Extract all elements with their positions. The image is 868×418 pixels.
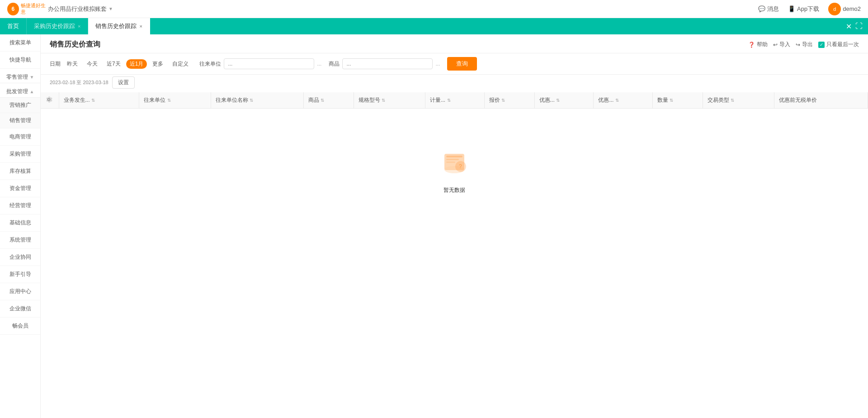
col-biz-date-label: 业务发生... xyxy=(64,97,90,103)
app-download-label: App下载 xyxy=(797,5,819,13)
svg-rect-2 xyxy=(446,156,462,157)
svg-text:?: ? xyxy=(459,163,462,170)
sort-icon: ⇅ xyxy=(447,98,451,103)
export-label: 导出 xyxy=(802,41,813,48)
new-guide-label: 新手引导 xyxy=(9,271,31,278)
tab-sales-history[interactable]: 销售历史价跟踪 × xyxy=(88,18,150,34)
only-last-check[interactable]: ✓ 只看最后一次 xyxy=(818,41,859,48)
col-quantity[interactable]: 数量 ⇅ xyxy=(653,92,703,109)
user-avatar-button[interactable]: d demo2 xyxy=(828,3,861,15)
sidebar-item-enterprise-collab[interactable]: 企业协同 xyxy=(0,249,40,266)
col-quoted-price[interactable]: 报价 ⇅ xyxy=(484,92,534,109)
sort-icon: ⇅ xyxy=(167,98,171,103)
app-download-button[interactable]: 📱 App下载 xyxy=(788,5,819,13)
sidebar-item-fund-mgmt[interactable]: 资金管理 xyxy=(0,180,40,197)
tab-home[interactable]: 首页 xyxy=(0,18,27,34)
date-label: 日期 xyxy=(50,60,61,68)
sort-icon: ⇅ xyxy=(250,98,253,103)
sidebar-item-purchase-mgmt[interactable]: 采购管理 xyxy=(0,146,40,163)
sort-icon: ⇅ xyxy=(321,98,324,103)
import-button[interactable]: ↩ 导入 xyxy=(773,41,790,48)
sidebar-item-search-menu[interactable]: 搜索菜单 xyxy=(0,34,40,52)
empty-icon: ? xyxy=(436,145,472,181)
sidebar-item-sales-mgmt[interactable]: 销售管理 xyxy=(0,113,40,128)
empty-state: ? 暂无数据 xyxy=(41,109,868,230)
export-button[interactable]: ↪ 导出 xyxy=(796,41,813,48)
logo-area: 6 畅捷通好生意 xyxy=(7,3,48,15)
col-counter-party-code[interactable]: 往来单位 ⇅ xyxy=(139,92,211,109)
help-button[interactable]: ❓ 帮助 xyxy=(748,41,768,48)
sidebar-item-new-guide[interactable]: 新手引导 xyxy=(0,266,40,283)
sidebar-item-quick-nav[interactable]: 快捷导航 xyxy=(0,52,40,69)
col-product[interactable]: 商品 ⇅ xyxy=(304,92,354,109)
tab-purchase-history[interactable]: 采购历史价跟踪 × xyxy=(27,18,88,34)
close-window-icon[interactable]: ✕ xyxy=(846,22,852,31)
date-option-last7days[interactable]: 近7天 xyxy=(103,59,124,69)
product-input[interactable] xyxy=(342,58,433,69)
sidebar-item-basic-info[interactable]: 基础信息 xyxy=(0,214,40,232)
sidebar-item-member[interactable]: 畅会员 xyxy=(0,318,40,335)
col-settings[interactable] xyxy=(41,92,59,109)
sidebar-item-wholesale-mgmt[interactable]: 批发管理 ▲ xyxy=(0,83,40,98)
sort-icon: ⇅ xyxy=(615,98,619,103)
close-icon[interactable]: × xyxy=(78,24,80,29)
search-menu-label: 搜索菜单 xyxy=(9,39,31,47)
table-body: ? 暂无数据 xyxy=(41,109,868,231)
query-button[interactable]: 查询 xyxy=(447,57,477,71)
col-counter-party-name[interactable]: 往来单位名称 ⇅ xyxy=(211,92,303,109)
sidebar-item-retail-mgmt[interactable]: 零售管理 ▼ xyxy=(0,69,40,83)
col-unit[interactable]: 计量... ⇅ xyxy=(425,92,485,109)
message-icon: 💬 xyxy=(758,5,765,12)
tab-purchase-history-label: 采购历史价跟踪 xyxy=(34,22,75,30)
maximize-icon[interactable]: ⛶ xyxy=(855,22,863,30)
retail-mgmt-label: 零售管理 xyxy=(6,73,28,81)
help-label: 帮助 xyxy=(757,41,768,48)
col-pretax-price[interactable]: 优惠前无税单价 xyxy=(774,92,868,109)
col-trade-type[interactable]: 交易类型 ⇅ xyxy=(703,92,774,109)
page-title: 销售历史价查询 xyxy=(50,40,100,49)
top-bar: 6 畅捷通好生意 办公用品行业模拟账套 ▼ 💬 消息 📱 App下载 d dem… xyxy=(0,0,868,18)
sidebar-item-marketing[interactable]: 营销推广 xyxy=(0,98,40,113)
date-option-more[interactable]: 更多 xyxy=(149,59,167,69)
sidebar-item-enterprise-wechat[interactable]: 企业微信 xyxy=(0,300,40,318)
import-label: 导入 xyxy=(779,41,790,48)
page-header: 销售历史价查询 ❓ 帮助 ↩ 导入 ↪ 导出 ✓ 只看最后一次 xyxy=(41,34,868,53)
phone-icon: 📱 xyxy=(788,5,795,12)
fund-mgmt-label: 资金管理 xyxy=(9,185,31,192)
col-trade-type-label: 交易类型 xyxy=(708,97,729,103)
col-discount2[interactable]: 优惠... ⇅ xyxy=(594,92,653,109)
table-container: 业务发生... ⇅ 往来单位 ⇅ 往来单位名称 ⇅ 商品 xyxy=(41,92,868,418)
counter-party-more-icon[interactable]: ... xyxy=(317,61,321,67)
col-discount1[interactable]: 优惠... ⇅ xyxy=(534,92,594,109)
close-icon[interactable]: × xyxy=(139,24,142,29)
sidebar-item-ecommerce-mgmt[interactable]: 电商管理 xyxy=(0,128,40,146)
product-label: 商品 xyxy=(329,60,340,68)
sidebar-item-system-mgmt[interactable]: 系统管理 xyxy=(0,232,40,249)
gear-icon xyxy=(45,96,52,103)
counter-party-input[interactable] xyxy=(224,58,314,69)
col-spec[interactable]: 规格型号 ⇅ xyxy=(354,92,425,109)
sort-icon: ⇅ xyxy=(91,98,95,103)
settings-button[interactable]: 设置 xyxy=(112,76,135,89)
help-icon: ❓ xyxy=(748,42,755,48)
main-layout: 搜索菜单 快捷导航 零售管理 ▼ 批发管理 ▲ 营销推广 销售管理 电商管理 采… xyxy=(0,34,868,418)
chevron-down-icon: ▼ xyxy=(30,75,34,80)
col-biz-date[interactable]: 业务发生... ⇅ xyxy=(59,92,139,109)
counter-party-label: 往来单位 xyxy=(199,60,221,68)
message-button[interactable]: 💬 消息 xyxy=(758,5,779,13)
date-option-yesterday[interactable]: 昨天 xyxy=(63,59,81,69)
date-option-custom[interactable]: 自定义 xyxy=(169,59,192,69)
chevron-up-icon: ▲ xyxy=(30,89,34,94)
product-more-icon[interactable]: ... xyxy=(435,61,440,67)
logo-text: 畅捷通好生意 xyxy=(21,3,48,14)
col-discount1-label: 优惠... xyxy=(539,97,555,103)
workspace-selector[interactable]: 办公用品行业模拟账套 ▼ xyxy=(48,5,758,13)
date-option-last1month[interactable]: 近1月 xyxy=(126,59,147,69)
sidebar-item-inventory-check[interactable]: 库存核算 xyxy=(0,163,40,180)
product-filter-group: 商品 ... xyxy=(329,58,440,69)
workspace-name: 办公用品行业模拟账套 xyxy=(48,5,107,13)
sidebar-item-app-center[interactable]: 应用中心 xyxy=(0,283,40,300)
col-counter-party-name-label: 往来单位名称 xyxy=(216,97,248,103)
date-option-today[interactable]: 今天 xyxy=(83,59,101,69)
sidebar-item-ops-mgmt[interactable]: 经营管理 xyxy=(0,197,40,214)
